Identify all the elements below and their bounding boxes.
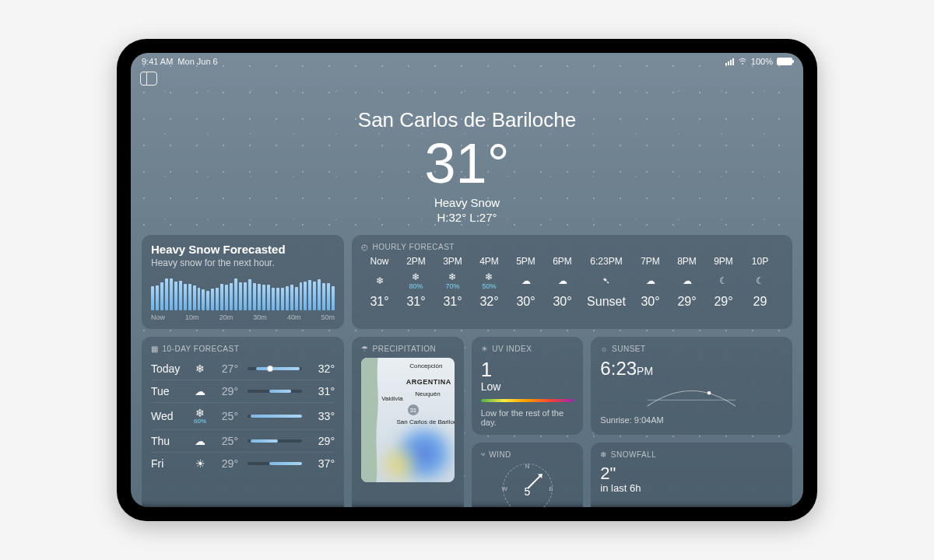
day-row: Tue☁29°31°: [151, 380, 335, 402]
day-row: Fri☀29°37°: [151, 452, 335, 474]
status-time: 9:41 AM: [142, 57, 173, 66]
uv-value: 1: [481, 358, 574, 382]
hour-temp: 29: [753, 295, 767, 309]
hour-cell: 4PM❄50%32°: [471, 256, 507, 309]
sunset-ampm: PM: [637, 365, 653, 377]
sun-icon: ☀: [481, 345, 489, 353]
hour-temp: 29°: [714, 295, 732, 309]
wind-speed: 5: [525, 485, 531, 498]
hour-time: 3PM: [443, 256, 462, 267]
day-name: Fri: [151, 457, 185, 470]
nowcast-subtitle: Heavy snow for the next hour.: [151, 257, 335, 268]
weather-icon: ☁: [558, 273, 567, 289]
day-low: 25°: [215, 410, 238, 422]
nowcast-bars: [151, 276, 335, 310]
sunrise-time: 9:04AM: [634, 415, 664, 425]
current-temp: 31°: [131, 135, 803, 191]
sunset-card[interactable]: ☼SUNSET 6:23PM Sunrise: 9:04AM: [591, 337, 792, 435]
ten-day-forecast-card[interactable]: ▦10-DAY FORECAST Today❄27°32°Tue☁29°31°W…: [142, 337, 344, 507]
wifi-icon: [738, 57, 747, 66]
weather-icon: ❄: [376, 273, 384, 289]
hour-time: 10P: [752, 256, 768, 267]
day-high: 33°: [311, 410, 335, 422]
ipad-frame: 9:41 AM Mon Jun 6 100% San Carlos de Bar…: [117, 39, 817, 521]
map-label-neuquen: Neuquén: [415, 390, 440, 397]
day-low: 29°: [215, 385, 238, 397]
snowflake-icon: ❄: [600, 450, 607, 459]
current-condition: Heavy Snow: [131, 196, 803, 209]
map-label-argentina: ARGENTINA: [406, 378, 451, 386]
hour-cell: 10P☾29: [742, 256, 778, 309]
precipitation-card[interactable]: ☂PRECIPITATION Concepción ARGENTINA Neuq…: [352, 337, 464, 507]
hour-time: 7PM: [641, 256, 660, 267]
weather-icon: ☁: [191, 386, 209, 397]
hour-cell: 2PM❄80%31°: [398, 256, 434, 309]
hour-time: 8PM: [677, 256, 697, 267]
wind-compass: N S E W 5: [503, 464, 553, 507]
clock-icon: ◴: [361, 243, 369, 251]
snowfall-sub: in last 6h: [600, 482, 783, 494]
sidebar-toggle-icon[interactable]: [140, 72, 157, 86]
day-name: Thu: [151, 435, 185, 447]
hour-temp: Sunset: [587, 295, 626, 309]
temp-range: [248, 367, 302, 370]
hour-temp: 30°: [553, 295, 571, 309]
hour-time: 9PM: [714, 256, 733, 267]
nowcast-card[interactable]: Heavy Snow Forecasted Heavy snow for the…: [142, 235, 344, 329]
day-high: 37°: [311, 457, 335, 470]
hour-time: 6:23PM: [590, 256, 622, 267]
hour-time: 6PM: [553, 256, 572, 267]
hour-temp: 29°: [677, 295, 696, 309]
weather-icon: ❄50%: [482, 273, 496, 289]
wind-icon: ༄: [481, 450, 486, 459]
hourly-header: HOURLY FORECAST: [373, 243, 455, 251]
uv-desc: Low for the rest of the day.: [481, 408, 574, 427]
weather-icon: ☀: [191, 458, 209, 469]
compass-e: E: [549, 485, 553, 492]
day-row: Wed❄60%25°33°: [151, 402, 335, 429]
hour-temp: 30°: [641, 295, 659, 309]
battery-percent: 100%: [751, 57, 773, 66]
nowcast-ticks: Now10m20m30m40m50m: [151, 313, 335, 321]
svg-point-2: [708, 391, 711, 395]
hour-temp: 31°: [370, 295, 388, 309]
current-conditions: San Carlos de Bariloche 31° Heavy Snow H…: [131, 93, 803, 235]
weather-icon: ☁: [646, 273, 655, 289]
precipitation-map[interactable]: Concepción ARGENTINA Neuquén Valdivia 31…: [361, 358, 455, 482]
hour-temp: 31°: [406, 295, 425, 309]
temp-range: [248, 390, 302, 393]
calendar-icon: ▦: [151, 345, 159, 353]
hourly-forecast-card[interactable]: ◴HOURLY FORECAST Now❄31°2PM❄80%31°3PM❄70…: [352, 235, 792, 329]
sunrise-label: Sunrise:: [600, 415, 631, 425]
sunset-curve: [600, 384, 783, 411]
snowfall-value: 2": [600, 464, 783, 484]
weather-icon: ☾: [756, 273, 764, 289]
tenday-header: 10-DAY FORECAST: [163, 345, 240, 353]
snowfall-card[interactable]: ❄SNOWFALL 2" in last 6h: [591, 443, 792, 507]
umbrella-icon: ☂: [361, 345, 369, 353]
temp-range: [248, 439, 302, 443]
hour-cell: 7PM☁30°: [632, 256, 669, 309]
uv-spectrum: [481, 399, 574, 402]
map-pin: 31: [408, 404, 419, 415]
compass-w: W: [502, 485, 508, 492]
map-label-city: San Carlos de Bariloche: [396, 418, 454, 425]
uv-index-card[interactable]: ☀UV INDEX 1 Low Low for the rest of the …: [472, 337, 584, 435]
svg-point-0: [742, 64, 743, 65]
day-high: 32°: [311, 362, 335, 375]
weather-icon: ☁: [683, 273, 692, 289]
map-label-valdivia: Valdivia: [381, 395, 402, 402]
hour-cell: Now❄31°: [361, 256, 398, 309]
city-name: San Carlos de Bariloche: [131, 108, 803, 132]
day-name: Wed: [151, 410, 185, 422]
day-high: 29°: [311, 435, 335, 447]
weather-icon: ☾: [719, 273, 728, 289]
tenday-list: Today❄27°32°Tue☁29°31°Wed❄60%25°33°Thu☁2…: [151, 358, 335, 474]
hour-cell: 3PM❄70%31°: [434, 256, 471, 309]
sunset-time: 6:23: [600, 358, 637, 379]
sunset-header: SUNSET: [612, 345, 646, 353]
wind-card[interactable]: ༄WIND N S E W 5: [472, 443, 584, 507]
toolbar: [131, 67, 803, 93]
hour-time: 4PM: [479, 256, 499, 267]
map-label-concepcion: Concepción: [409, 362, 442, 369]
